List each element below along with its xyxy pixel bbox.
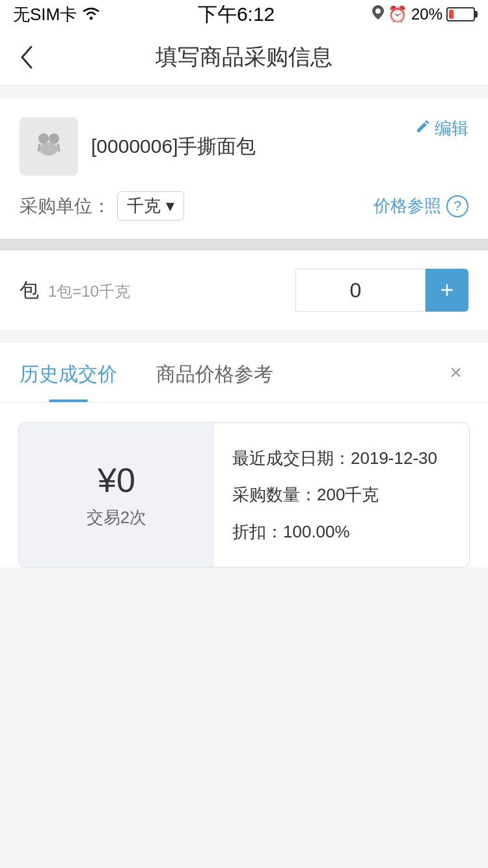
tx-discount-value: 100.00% xyxy=(283,522,350,541)
svg-point-3 xyxy=(49,133,59,144)
tx-price: ¥0 xyxy=(98,461,135,500)
svg-point-0 xyxy=(90,16,93,20)
tx-date-label: 最近成交日期： xyxy=(232,448,351,468)
quantity-row: 包 1包=10千克 0 + xyxy=(0,251,488,330)
status-time: 下午6:12 xyxy=(198,1,275,28)
qty-unit-label: 包 xyxy=(20,277,39,304)
qty-label-group: 包 1包=10千克 xyxy=(20,277,130,304)
product-name: [0000006]手撕面包 xyxy=(91,133,256,160)
info-icon: ? xyxy=(446,195,468,217)
back-button[interactable] xyxy=(18,44,34,70)
svg-point-2 xyxy=(38,133,49,144)
tabs: 历史成交价 商品价格参考 xyxy=(20,343,273,402)
tx-qty-value: 200千克 xyxy=(317,485,379,504)
tx-price-section: ¥0 交易2次 xyxy=(19,423,214,567)
product-left: [0000006]手撕面包 xyxy=(20,117,256,176)
location-icon xyxy=(372,5,384,23)
dropdown-arrow-icon: ▾ xyxy=(166,196,174,216)
product-header: [0000006]手撕面包 编辑 xyxy=(20,117,468,176)
price-ref-label: 价格参照 xyxy=(373,195,441,217)
status-right: ⏰ 20% xyxy=(372,5,475,23)
tab-close-button[interactable]: × xyxy=(443,354,468,391)
qty-plus-button[interactable]: + xyxy=(426,269,468,312)
edit-label: 编辑 xyxy=(435,117,468,140)
status-bar: 无SIM卡 下午6:12 ⏰ 20% xyxy=(0,0,488,29)
tx-count: 交易2次 xyxy=(87,506,146,529)
quantity-input[interactable]: 0 xyxy=(295,269,426,312)
svg-line-5 xyxy=(38,144,40,152)
product-icon xyxy=(20,117,78,176)
unit-label: 采购单位： xyxy=(20,194,111,219)
edit-button[interactable]: 编辑 xyxy=(415,117,468,140)
battery-icon xyxy=(446,7,475,21)
svg-point-4 xyxy=(40,142,58,156)
price-ref-button[interactable]: 价格参照 ? xyxy=(373,195,468,217)
svg-point-1 xyxy=(375,8,381,14)
tx-date-row: 最近成交日期：2019-12-30 xyxy=(232,446,451,470)
wifi-icon xyxy=(82,5,100,25)
tx-discount-row: 折扣：100.00% xyxy=(232,520,451,543)
carrier-text: 无SIM卡 xyxy=(13,3,77,26)
alarm-icon: ⏰ xyxy=(388,5,407,23)
battery-percent: 20% xyxy=(411,5,442,23)
tx-qty-row: 采购数量：200千克 xyxy=(232,483,451,506)
product-card: [0000006]手撕面包 编辑 采购单位： 千克 ▾ 价格参照 ? xyxy=(0,99,488,239)
unit-row: 采购单位： 千克 ▾ 价格参照 ? xyxy=(20,191,468,221)
tab-history-price[interactable]: 历史成交价 xyxy=(20,343,117,402)
tx-date-value: 2019-12-30 xyxy=(351,448,437,468)
footer-area xyxy=(0,587,488,868)
edit-icon xyxy=(415,118,431,139)
page-title: 填写商品采购信息 xyxy=(156,42,332,72)
unit-value: 千克 xyxy=(127,195,161,217)
nav-bar: 填写商品采购信息 xyxy=(0,29,488,86)
tab-panel: 历史成交价 商品价格参考 × ¥0 交易2次 最近成交日期：2019-12-30… xyxy=(0,343,488,567)
tx-qty-label: 采购数量： xyxy=(232,485,317,504)
status-left: 无SIM卡 xyxy=(13,3,100,26)
transaction-card: ¥0 交易2次 最近成交日期：2019-12-30 采购数量：200千克 折扣：… xyxy=(18,422,470,567)
tab-header: 历史成交价 商品价格参考 × xyxy=(0,343,488,403)
tx-details-section: 最近成交日期：2019-12-30 采购数量：200千克 折扣：100.00% xyxy=(214,423,469,567)
tx-discount-label: 折扣： xyxy=(232,522,283,541)
qty-conversion: 1包=10千克 xyxy=(48,281,130,302)
unit-select[interactable]: 千克 ▾ xyxy=(117,191,184,221)
section-divider xyxy=(0,239,488,251)
svg-line-6 xyxy=(58,144,59,152)
tab-price-ref[interactable]: 商品价格参考 xyxy=(156,343,273,402)
qty-input-group: 0 + xyxy=(295,269,468,312)
